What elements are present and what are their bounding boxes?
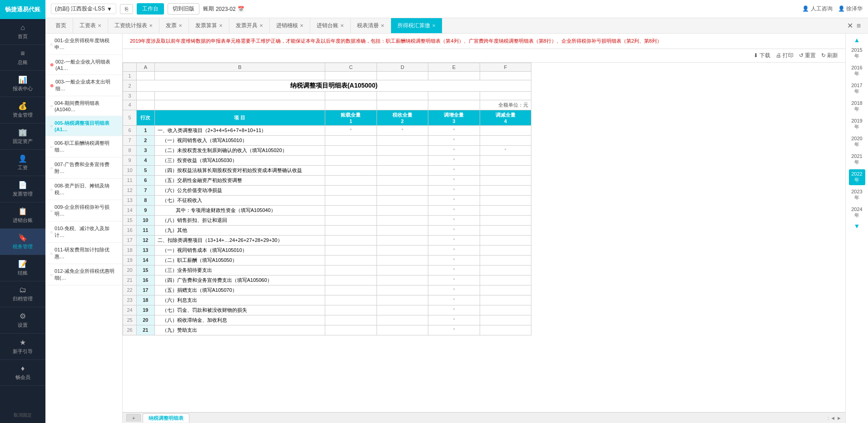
tab-invoice-open[interactable]: 发票开具 ✕ — [229, 18, 270, 33]
tab-sales-check[interactable]: 进销稽核 ✕ — [270, 18, 310, 33]
tab-home[interactable]: 首页 — [49, 18, 73, 33]
table-row[interactable]: 14 9 其中：专项用途财政性资金（填写A105040） * — [123, 205, 531, 215]
left-item-003[interactable]: ⊗ 003-一般企业成本支出明细… — [45, 75, 122, 96]
tab-menu[interactable]: ≡ — [857, 22, 861, 30]
left-item-009[interactable]: ○ 009-企业所得税弥补亏损明… — [45, 200, 122, 221]
refresh-button[interactable]: ↻ 刷新 — [821, 52, 838, 59]
sidebar-item-assets[interactable]: 🏢 固定资产 — [0, 123, 45, 150]
table-row[interactable]: 17 12 二、扣除类调整项目（13+14+…24+26+27+28+29+30… — [123, 235, 531, 245]
sidebar-item-member[interactable]: ♦ 畅会员 — [0, 360, 45, 386]
table-row[interactable]: 11 6 （五）交易性金融资产初始投资调整 * — [123, 175, 531, 185]
table-row[interactable]: 10 5 （四）按权益法核算长期股权投资对初始投资成本调整确认收益 * — [123, 165, 531, 175]
spreadsheet-wrapper[interactable]: A B C D E F 1 — [123, 63, 845, 413]
tab-tax-clear[interactable]: 税表清册 ✕ — [351, 18, 391, 33]
sidebar-item-ledger[interactable]: ≡ 总账 — [0, 45, 45, 71]
left-item-012[interactable]: ○ 012-减免企业所得税优惠明细(… — [45, 264, 122, 285]
year-2021[interactable]: 2021年 — [849, 152, 865, 167]
tab-invoice-open-close[interactable]: ✕ — [259, 23, 263, 28]
company-selector[interactable]: (勿副) 江西股金-LSS ▼ — [51, 4, 116, 14]
table-row[interactable]: 25 20 （八）税收滞纳金、加收利息 * — [123, 315, 531, 325]
bottom-tab-add[interactable]: + — [126, 414, 141, 422]
table-row[interactable]: 23 18 （六）利息支出 * — [123, 295, 531, 305]
cell-20-e: * — [428, 265, 480, 275]
copy-button[interactable]: ⎘ — [120, 4, 133, 14]
left-item-004[interactable]: ○ 004-期间费用明细表(A1040… — [45, 96, 122, 116]
table-row[interactable]: 22 17 （五）捐赠支出（填写A105070） * — [123, 285, 531, 295]
sidebar-item-close[interactable]: 📝 结账 — [0, 255, 45, 281]
left-item-008[interactable]: ○ 008-资产折旧、摊销及纳税… — [45, 179, 122, 200]
user-avatar[interactable]: 👤 徐泽华 — [838, 5, 863, 13]
sidebar-item-sales[interactable]: 📋 进销台账 — [0, 202, 45, 229]
tab-sales-ledger-close[interactable]: ✕ — [340, 23, 344, 28]
tab-salary[interactable]: 工资表 ✕ — [73, 18, 108, 33]
sidebar-item-settings[interactable]: ⚙ 设置 — [0, 307, 45, 334]
cell-14-b: 其中：专项用途财政性资金（填写A105040） — [154, 205, 325, 215]
sidebar-item-report[interactable]: 📊 报表中心 — [0, 71, 45, 97]
sidebar-item-salary[interactable]: 👤 工资 — [0, 150, 45, 176]
download-button[interactable]: ⬇ 下载 — [754, 52, 770, 59]
left-item-006[interactable]: ○ 006-职工薪酬纳税调整明细… — [45, 136, 122, 157]
tab-salary-report[interactable]: 工资统计报表 ✕ — [108, 18, 159, 33]
tab-sales-check-close[interactable]: ✕ — [300, 23, 303, 28]
tab-tax-annual-close[interactable]: ✕ — [432, 23, 436, 28]
table-row[interactable]: 8 3 （二）未按权责发生制原则确认的收入（填写A105020） * * — [123, 145, 531, 155]
year-up-arrow[interactable]: ▲ — [853, 35, 861, 44]
tab-invoice[interactable]: 发票 ✕ — [159, 18, 189, 33]
tab-sales-ledger[interactable]: 进销台账 ✕ — [310, 18, 351, 33]
sidebar-item-archive[interactable]: 🗂 归档管理 — [0, 281, 45, 307]
year-2022[interactable]: 2022年 — [849, 169, 865, 185]
sidebar-item-home[interactable]: ⌂ 首页 — [0, 19, 45, 45]
tab-salary-close[interactable]: ✕ — [98, 23, 101, 28]
left-item-002[interactable]: ⊗ 002-一般企业收入明细表(A1… — [45, 55, 122, 75]
table-row[interactable]: 6 1 一、收入类调整项目（2+3+4+5+6+7+8+10+11） * * * — [123, 125, 531, 135]
sidebar-item-invoice[interactable]: 📄 发票管理 — [0, 176, 45, 202]
reset-button[interactable]: ↺ 重置 — [799, 52, 816, 59]
left-item-001[interactable]: ○ 001-企业所得税年度纳税申… — [45, 34, 122, 55]
tab-tax-clear-close[interactable]: ✕ — [381, 23, 384, 28]
tab-invoice-calc[interactable]: 发票算算 ✕ — [189, 18, 229, 33]
left-item-011[interactable]: ○ 011-研发费用加计扣除优惠… — [45, 243, 122, 264]
table-row[interactable]: 12 7 （六）公允价值变动净损益 * — [123, 185, 531, 195]
support-btn[interactable]: 👤 人工咨询 — [802, 5, 832, 13]
table-row[interactable]: 21 16 （四）广告费和业务宣传费支出（填写A105060） * — [123, 275, 531, 285]
tab-invoice-close[interactable]: ✕ — [179, 23, 182, 28]
table-row[interactable]: 13 8 （七）不征税收入 * — [123, 195, 531, 205]
table-row[interactable]: 18 13 （一）视同销售成本（填写A105010） * — [123, 245, 531, 255]
table-row[interactable]: 19 14 （二）职工薪酬（填写A105050） * — [123, 255, 531, 265]
tab-salary-report-close[interactable]: ✕ — [149, 23, 153, 28]
workspace-button[interactable]: 工作台 — [137, 3, 164, 15]
tab-invoice-calc-close[interactable]: ✕ — [219, 23, 223, 28]
table-row[interactable]: 9 4 （三）投资收益（填写A105030） * — [123, 155, 531, 165]
year-2015[interactable]: 2015年 — [849, 45, 865, 61]
table-row[interactable]: 7 2 （一）视同销售收入（填写A105010） * — [123, 135, 531, 145]
table-row[interactable]: 16 11 （九）其他 * — [123, 225, 531, 235]
switch-old-button[interactable]: 切到旧版 — [168, 3, 199, 15]
sidebar-item-finance[interactable]: 💰 资金管理 — [0, 97, 45, 123]
tab-salary-report-label: 工资统计报表 — [114, 22, 147, 30]
close-all-tabs[interactable]: ✕ — [847, 21, 853, 30]
tab-tax-annual[interactable]: 所得税汇算缴 ✕ — [391, 18, 442, 33]
period-selector[interactable]: 账期 2023-02 📅 — [203, 5, 244, 13]
table-row[interactable]: 24 19 （七）罚金、罚款和被没收财物的损失 * — [123, 305, 531, 315]
year-2023[interactable]: 2023年 — [849, 187, 865, 203]
table-row[interactable]: 20 15 （三）业务招待要支出 * — [123, 265, 531, 275]
year-2019[interactable]: 2019年 — [849, 116, 865, 132]
print-button[interactable]: 🖨 打印 — [776, 52, 794, 59]
year-down-arrow[interactable]: ▼ — [853, 221, 861, 231]
left-item-001-label: 001-企业所得税年度纳税申… — [55, 37, 118, 51]
year-2016[interactable]: 2016年 — [849, 63, 865, 79]
year-2018[interactable]: 2018年 — [849, 98, 865, 114]
year-2020[interactable]: 2020年 — [849, 134, 865, 150]
year-2024[interactable]: 2024年 — [849, 205, 865, 221]
left-item-005[interactable]: ○ 005-纳税调整项目明细表(A1… — [45, 116, 122, 136]
left-item-007[interactable]: ○ 007-广告费和业务宣传费附… — [45, 157, 122, 179]
ledger-icon: ≡ — [20, 49, 25, 58]
left-item-010[interactable]: ○ 010-免税、减计收入及加计… — [45, 221, 122, 243]
year-2017[interactable]: 2017年 — [849, 81, 865, 97]
sidebar-item-tax[interactable]: 🔖 税务管理 — [0, 229, 45, 255]
bottom-tab-main[interactable]: 纳税调整明细表 — [143, 413, 189, 423]
table-row[interactable]: 15 10 （八）销售折扣、折让和退回 * — [123, 215, 531, 225]
unpin-button[interactable]: 取消固定 — [0, 408, 45, 423]
sidebar-item-guide[interactable]: ★ 新手引导 — [0, 334, 45, 360]
table-row[interactable]: 26 21 （九）赞助支出 * — [123, 325, 531, 335]
